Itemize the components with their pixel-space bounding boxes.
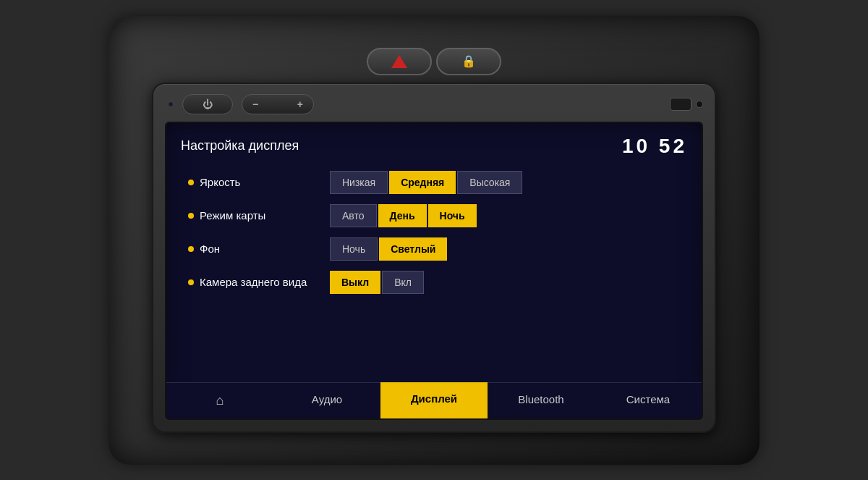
brightness-options: Низкая Средняя Высокая [330,171,522,194]
volume-control[interactable]: − + [242,94,314,114]
nav-home-btn[interactable]: ⌂ [166,382,273,418]
screen-inner: Настройка дисплея 10 52 Яркость Низкая С… [166,123,702,369]
camera-dot [168,101,174,107]
control-row: ⏻ − + [165,94,703,114]
brightness-low-btn[interactable]: Низкая [330,171,388,194]
bg-night-btn[interactable]: Ночь [330,237,378,261]
background-options: Ночь Светлый [330,237,447,261]
brightness-mid-btn[interactable]: Средняя [389,171,456,194]
exclaim-icon: ! [399,60,401,67]
camera-off-btn[interactable]: Выкл [330,271,380,294]
camera-on-btn[interactable]: Вкл [382,271,424,294]
bottom-nav: ⌂ Аудио Дисплей Bluetooth Система [166,382,702,418]
bullet-icon [188,213,194,219]
car-surround: ! 🔒 ⏻ − + [109,16,760,465]
home-icon: ⌂ [216,393,224,408]
nav-system-btn[interactable]: Система [595,382,702,418]
screen: Настройка дисплея 10 52 Яркость Низкая С… [165,122,703,420]
aux-port [696,101,703,108]
rear-camera-label: Камера заднего вида [188,276,318,288]
top-hardware-buttons: ! 🔒 [367,48,501,75]
map-day-btn[interactable]: День [378,204,427,227]
map-mode-label: Режим карты [188,209,318,222]
map-mode-options: Авто День Ночь [330,204,477,227]
settings-area: Яркость Низкая Средняя Высокая Режим кар… [181,171,687,294]
bullet-icon [188,246,194,252]
volume-minus-icon[interactable]: − [252,98,258,110]
background-label: Фон [188,243,318,255]
bg-light-btn[interactable]: Светлый [379,237,447,261]
brightness-label: Яркость [188,176,318,188]
unit-bezel: ⏻ − + Настройка дисплея 10 52 [152,83,716,433]
nav-audio-btn[interactable]: Аудио [273,382,380,418]
clock-display: 10 52 [622,135,687,158]
power-icon: ⏻ [203,98,213,110]
bullet-icon [188,279,194,285]
map-night-btn[interactable]: Ночь [428,204,477,227]
background-row: Фон Ночь Светлый [188,237,687,261]
screen-header: Настройка дисплея 10 52 [181,135,687,158]
map-auto-btn[interactable]: Авто [330,204,377,227]
brightness-row: Яркость Низкая Средняя Высокая [188,171,687,194]
map-mode-row: Режим карты Авто День Ночь [188,204,687,227]
nav-display-btn[interactable]: Дисплей [380,382,488,418]
volume-plus-icon[interactable]: + [297,98,303,110]
bullet-icon [188,180,194,185]
rear-camera-options: Выкл Вкл [330,271,424,294]
hazard-button[interactable]: ! [367,48,432,75]
power-button[interactable]: ⏻ [182,94,233,114]
nav-bluetooth-btn[interactable]: Bluetooth [488,382,595,418]
brightness-high-btn[interactable]: Высокая [457,171,522,194]
screen-title: Настройка дисплея [181,138,299,153]
usb-port [670,98,692,111]
rear-camera-row: Камера заднего вида Выкл Вкл [188,271,687,294]
lock-button[interactable]: 🔒 [436,48,501,75]
lock-icon: 🔒 [461,54,476,68]
